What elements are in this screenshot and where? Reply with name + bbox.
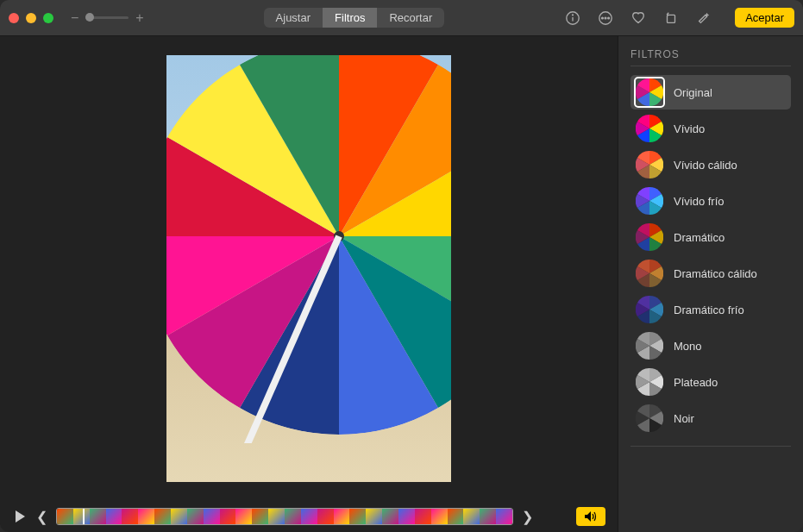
- filmstrip-frame[interactable]: [268, 509, 285, 524]
- close-button[interactable]: [9, 13, 19, 23]
- trim-start-handle[interactable]: ❮: [36, 509, 47, 525]
- filter-label: Vívido cálido: [674, 159, 737, 172]
- zoom-control: − +: [71, 10, 144, 26]
- filmstrip-frame[interactable]: [496, 509, 512, 524]
- filter-thumbnail: [636, 78, 663, 106]
- audio-button[interactable]: [576, 507, 605, 526]
- canvas-area: ❮ ❯: [0, 36, 618, 532]
- filter-dramatic-warm[interactable]: Dramático cálido: [630, 256, 791, 291]
- filmstrip-frame[interactable]: [301, 509, 317, 524]
- filters-sidebar: FILTROS OriginalVívidoVívido cálidoVívid…: [618, 36, 803, 532]
- filmstrip-frame[interactable]: [398, 509, 415, 524]
- svg-point-6: [608, 17, 610, 19]
- rotate-icon[interactable]: [662, 9, 680, 27]
- filter-thumbnail: [636, 332, 663, 360]
- photo-viewport: [0, 36, 618, 501]
- filter-thumbnail: [636, 223, 663, 251]
- toolbar-actions: Aceptar: [564, 8, 794, 28]
- filter-silver[interactable]: Plateado: [630, 365, 791, 399]
- filmstrip-frame[interactable]: [334, 509, 350, 524]
- video-timeline: ❮ ❯: [0, 501, 618, 532]
- filter-thumbnail: [636, 296, 663, 323]
- divider: [630, 446, 791, 447]
- filter-label: Vívido: [674, 122, 705, 135]
- sidebar-title: FILTROS: [630, 48, 791, 60]
- edit-mode-tabs: Ajustar Filtros Recortar: [264, 8, 445, 28]
- more-icon[interactable]: [597, 9, 614, 27]
- filmstrip-frame[interactable]: [154, 509, 171, 524]
- filmstrip-frame[interactable]: [366, 509, 382, 524]
- filmstrip-frame[interactable]: [252, 509, 268, 524]
- zoom-slider[interactable]: [85, 16, 129, 19]
- filter-thumbnail: [636, 368, 663, 396]
- fullscreen-button[interactable]: [43, 13, 53, 23]
- filmstrip-frame[interactable]: [122, 509, 138, 524]
- divider: [630, 66, 791, 66]
- filmstrip-frame[interactable]: [73, 509, 90, 524]
- tab-adjust[interactable]: Ajustar: [264, 8, 323, 28]
- filter-label: Original: [674, 86, 712, 99]
- filter-dramatic[interactable]: Dramático: [630, 220, 791, 254]
- done-button[interactable]: Aceptar: [735, 8, 794, 28]
- filter-vivid-cool[interactable]: Vívido frío: [630, 184, 791, 218]
- play-button[interactable]: [12, 509, 28, 524]
- filter-thumbnail: [636, 115, 663, 142]
- filmstrip-frame[interactable]: [480, 509, 496, 524]
- filter-vivid[interactable]: Vívido: [630, 111, 791, 146]
- filmstrip-frame[interactable]: [415, 509, 431, 524]
- filter-label: Plateado: [674, 376, 718, 389]
- titlebar: − + Ajustar Filtros Recortar Aceptar: [0, 0, 803, 36]
- filter-thumbnail: [636, 404, 663, 432]
- window-controls: [9, 13, 53, 23]
- filmstrip-frame[interactable]: [317, 509, 334, 524]
- filmstrip-frame[interactable]: [220, 509, 236, 524]
- filter-dramatic-cool[interactable]: Dramático frío: [630, 292, 791, 327]
- filter-mono[interactable]: Mono: [630, 329, 791, 363]
- filmstrip-frame[interactable]: [285, 509, 301, 524]
- filter-noir[interactable]: Noir: [630, 401, 791, 435]
- svg-point-4: [602, 17, 604, 19]
- filmstrip-frame[interactable]: [349, 509, 366, 524]
- filter-label: Dramático cálido: [674, 267, 757, 280]
- filmstrip-frame[interactable]: [57, 509, 73, 524]
- filter-label: Mono: [674, 340, 702, 353]
- filmstrip-frame[interactable]: [171, 509, 187, 524]
- zoom-out-button[interactable]: −: [71, 10, 78, 26]
- favorite-icon[interactable]: [630, 9, 647, 27]
- tab-crop[interactable]: Recortar: [377, 8, 444, 28]
- filter-label: Dramático frío: [674, 304, 744, 316]
- filmstrip-frame[interactable]: [448, 509, 464, 524]
- filter-vivid-warm[interactable]: Vívido cálido: [630, 147, 791, 182]
- filmstrip-frame[interactable]: [187, 509, 204, 524]
- filter-thumbnail: [636, 260, 663, 287]
- filter-label: Dramático: [674, 231, 725, 244]
- trim-end-handle[interactable]: ❯: [522, 509, 533, 525]
- filmstrip-frame[interactable]: [382, 509, 398, 524]
- filter-label: Vívido frío: [674, 195, 725, 208]
- zoom-in-button[interactable]: +: [135, 10, 143, 26]
- tab-filters[interactable]: Filtros: [323, 8, 377, 28]
- filmstrip-frame[interactable]: [90, 509, 106, 524]
- photo-preview[interactable]: [166, 55, 451, 482]
- filmstrip-frame[interactable]: [235, 509, 252, 524]
- filmstrip[interactable]: [56, 508, 513, 525]
- filmstrip-frame[interactable]: [431, 509, 448, 524]
- filter-thumbnail: [636, 187, 663, 215]
- filmstrip-frame[interactable]: [106, 509, 122, 524]
- info-icon[interactable]: [564, 9, 581, 27]
- enhance-icon[interactable]: [695, 9, 712, 27]
- minimize-button[interactable]: [26, 13, 36, 23]
- filmstrip-frame[interactable]: [463, 509, 480, 524]
- playhead[interactable]: [83, 508, 85, 525]
- filter-thumbnail: [636, 151, 663, 178]
- filmstrip-frame[interactable]: [204, 509, 220, 524]
- filter-label: Noir: [674, 412, 694, 425]
- svg-point-5: [605, 17, 606, 19]
- svg-point-2: [573, 14, 574, 15]
- filter-color[interactable]: Original: [630, 75, 791, 110]
- filmstrip-frame[interactable]: [138, 509, 154, 524]
